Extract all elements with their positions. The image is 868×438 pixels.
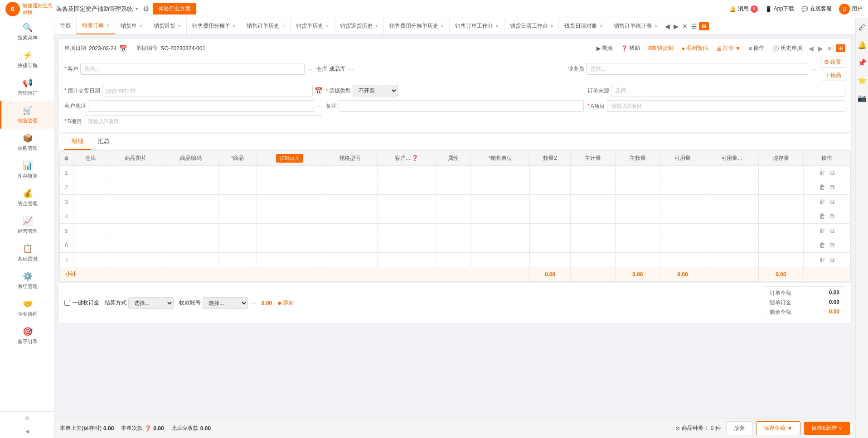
- add-btn[interactable]: ● 添加: [277, 299, 294, 307]
- print-btn[interactable]: 🖨 打印 ▼: [714, 43, 742, 53]
- nav-prev-icon[interactable]: ◀: [809, 45, 814, 52]
- tab-nav-menu[interactable]: ☰: [689, 23, 699, 30]
- staff-dots-icon[interactable]: ···: [811, 65, 816, 72]
- payment-method-select[interactable]: 选择...: [128, 297, 174, 309]
- history-btn[interactable]: 🕐 历史单据: [771, 43, 804, 53]
- save-draft-btn[interactable]: 保存草稿 ▼: [756, 421, 800, 435]
- tab-goods-bill[interactable]: 销货单 ×: [115, 18, 148, 34]
- receipt-dots-icon[interactable]: ···: [251, 299, 256, 307]
- star-icon[interactable]: ⭐: [856, 74, 868, 87]
- tab-nav-close-all[interactable]: ✕: [680, 23, 689, 30]
- table-scroll[interactable]: ⚙ 仓库 商品图片 商品编码 *商品 扫码录入 规格型号 客户... ❓ 属性: [59, 151, 850, 282]
- ticket-select[interactable]: 不开票: [353, 85, 398, 96]
- row-customer-code[interactable]: [377, 166, 436, 180]
- sub-tab-detail[interactable]: 明细: [64, 134, 91, 150]
- customer-input[interactable]: [80, 63, 305, 75]
- order-source-input[interactable]: [611, 85, 845, 96]
- sidebar-item-search[interactable]: 🔍 搜索菜单: [0, 18, 54, 46]
- help-btn[interactable]: ❓ 帮助: [619, 43, 642, 53]
- copy-icon[interactable]: ⧉: [829, 226, 835, 236]
- shortcut-btn[interactable]: ⌨ 快捷键: [646, 43, 675, 53]
- tab-sales-order[interactable]: 销售订单 ×: [77, 18, 115, 34]
- row-warehouse[interactable]: [73, 166, 108, 180]
- sidebar-item-base-info[interactable]: 📋 基础信息: [0, 239, 54, 267]
- settings-icon[interactable]: ⚙: [143, 5, 149, 13]
- sidebar-item-marketing[interactable]: 📢 营销推广: [0, 73, 54, 101]
- dropdown-arrow-icon[interactable]: ▼: [135, 6, 139, 11]
- warehouse-dots-icon[interactable]: ···: [348, 65, 354, 72]
- tab-close-icon[interactable]: ×: [107, 23, 109, 28]
- sidebar-item-operations[interactable]: 📈 经营管理: [0, 212, 54, 239]
- tab-close-icon[interactable]: ×: [233, 24, 236, 29]
- video-btn[interactable]: ▶ 视频: [595, 43, 615, 53]
- tab-return-history[interactable]: 销货退货历史 ×: [335, 18, 384, 34]
- tab-nav-prev[interactable]: ◀: [663, 23, 672, 30]
- delete-icon[interactable]: 🗑: [818, 183, 826, 192]
- tab-sales-expense[interactable]: 销售费用分摊单 ×: [187, 18, 242, 34]
- one-key-checkout-checkbox[interactable]: 一键收订金: [64, 299, 99, 307]
- tab-nav-next[interactable]: ▶: [672, 23, 680, 30]
- pin-icon[interactable]: 📌: [856, 57, 868, 69]
- expand-icon[interactable]: ⊞: [836, 44, 845, 52]
- row-code[interactable]: [163, 166, 218, 180]
- sidebar-item-quick-nav[interactable]: ⚡ 快捷导航: [0, 46, 54, 73]
- scan-btn[interactable]: 扫码录入: [276, 154, 303, 163]
- col-settings[interactable]: ⚙: [60, 151, 73, 166]
- row-product[interactable]: [218, 166, 257, 180]
- tab-daily-workbench[interactable]: 钱货日清工作台 ×: [504, 18, 559, 34]
- online-service-btn[interactable]: 💬 在线客服: [801, 5, 832, 13]
- camera-icon[interactable]: 📷: [856, 92, 868, 104]
- customer-dots-icon[interactable]: ···: [307, 65, 313, 72]
- copy-icon[interactable]: ⧉: [829, 255, 835, 265]
- copy-icon[interactable]: ⧉: [829, 183, 835, 192]
- operation-btn[interactable]: ≡ 操作: [747, 43, 766, 53]
- row-main-qty[interactable]: [615, 166, 660, 180]
- save-new-btn[interactable]: 保存&新增 ∨: [804, 422, 850, 435]
- row-attr[interactable]: [436, 166, 471, 180]
- tab-close-icon[interactable]: ×: [140, 24, 142, 29]
- delete-icon[interactable]: 🗑: [818, 197, 826, 207]
- delete-icon[interactable]: 🗑: [818, 168, 826, 178]
- tab-daily-reconcile[interactable]: 钱货日清对账 ×: [559, 18, 608, 34]
- save-draft-arrow-icon[interactable]: ▼: [787, 425, 793, 432]
- tab-order-stats[interactable]: 销售订单统计表 ×: [608, 18, 663, 34]
- address-dots-icon[interactable]: ···: [317, 102, 322, 110]
- profit-btn[interactable]: ● 毛利预估: [680, 43, 710, 53]
- tab-order-workbench[interactable]: 销售订单工作台 ×: [450, 18, 504, 34]
- sidebar-item-sales[interactable]: 🛒 销售管理: [0, 101, 54, 129]
- tab-nav-expand[interactable]: ⊞: [699, 22, 709, 30]
- tab-close-icon[interactable]: ×: [600, 24, 602, 29]
- copy-icon[interactable]: ⧉: [829, 168, 835, 178]
- delete-icon[interactable]: 🗑: [818, 212, 826, 221]
- row-spec[interactable]: [322, 166, 378, 180]
- discard-btn[interactable]: 放弃: [726, 421, 752, 435]
- tab-home[interactable]: 首页: [54, 18, 77, 34]
- sub-tab-summary[interactable]: 汇总: [91, 134, 117, 150]
- receipt-num-select[interactable]: 选择...: [203, 297, 248, 309]
- tab-close-icon[interactable]: ×: [496, 24, 499, 29]
- tab-close-icon[interactable]: ×: [551, 24, 553, 29]
- tab-close-icon[interactable]: ×: [326, 24, 329, 29]
- app-download-btn[interactable]: 📱 App下载: [765, 5, 794, 13]
- sidebar-settings-btn[interactable]: ⚙: [0, 412, 54, 425]
- user-btn[interactable]: U 用户: [839, 4, 863, 14]
- row-qty2[interactable]: [530, 166, 570, 180]
- tab-close-icon[interactable]: ×: [655, 24, 657, 29]
- sidebar-item-inventory[interactable]: 📊 库存核算: [0, 156, 54, 184]
- a-project-input[interactable]: [607, 100, 845, 112]
- sidebar-collapse-btn[interactable]: ◀: [0, 425, 54, 438]
- copy-icon[interactable]: ⧉: [829, 241, 835, 250]
- tab-close-icon[interactable]: ×: [178, 24, 181, 29]
- calendar-icon[interactable]: 📅: [119, 45, 127, 52]
- copy-icon[interactable]: ⧉: [829, 212, 835, 221]
- tab-sales-return[interactable]: 销货退货 ×: [148, 18, 187, 34]
- tab-close-icon[interactable]: ×: [441, 24, 444, 29]
- tab-close-icon[interactable]: ×: [282, 24, 285, 29]
- layout-icon[interactable]: ≡: [828, 45, 831, 52]
- notification-btn[interactable]: 🔔 消息 9: [729, 5, 758, 13]
- sidebar-item-system[interactable]: ⚙️ 系统管理: [0, 267, 54, 294]
- address-input[interactable]: [88, 100, 314, 112]
- add-item-btn[interactable]: + 物品: [822, 70, 845, 81]
- sidebar-item-purchase[interactable]: 📦 采购管理: [0, 129, 54, 156]
- sidebar-item-finance[interactable]: 💰 资金管理: [0, 184, 54, 212]
